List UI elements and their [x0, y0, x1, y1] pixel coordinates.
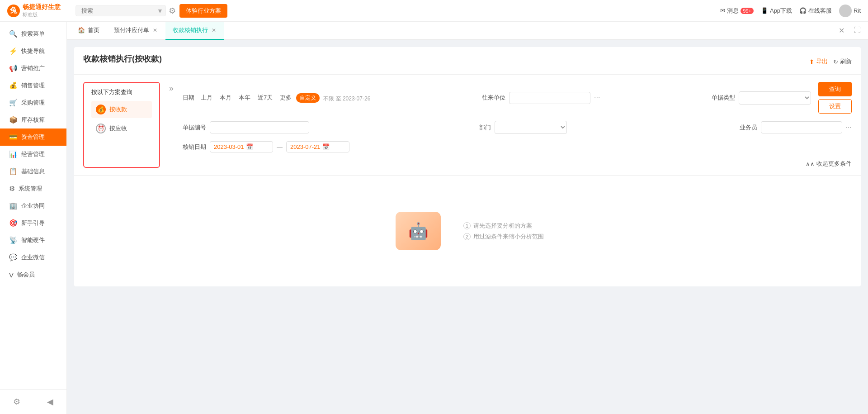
empty-tip-2: 2 用过滤条件来缩小分析范围	[463, 233, 544, 241]
system-icon: ⚙	[9, 185, 15, 193]
tab-close-all-btn[interactable]: ✕	[835, 24, 848, 37]
counterpart-input[interactable]	[509, 92, 590, 104]
message-badge: 99+	[741, 8, 754, 14]
last7-btn[interactable]: 近7天	[255, 93, 275, 103]
this-year-btn[interactable]: 本年	[236, 93, 253, 103]
more-btn[interactable]: 更多	[277, 93, 294, 103]
page-title: 收款核销执行(按收款)	[83, 53, 162, 64]
tip-text-2: 用过滤条件来缩小分析范围	[473, 233, 544, 241]
sidebar-item-label: 营销推广	[21, 64, 45, 72]
collapse-more-wrap: ∧∧ 收起更多条件	[183, 160, 852, 168]
filter-option-by-receipt[interactable]: 💰 按收款	[91, 101, 152, 118]
avatar	[839, 5, 852, 17]
sidebar-item-enterprise[interactable]: 🏢 企业协同	[0, 197, 66, 214]
prev-month-btn[interactable]: 上月	[198, 93, 215, 103]
date-hint-wrap: 不限 至 2023-07-26	[323, 95, 370, 103]
tab-prepay-close[interactable]: ✕	[152, 26, 158, 34]
sidebar-item-operations[interactable]: 📊 经营管理	[0, 146, 66, 163]
chevron-up-icon: ∧∧	[806, 161, 815, 167]
tab-receivable[interactable]: 收款核销执行 ✕	[165, 22, 224, 40]
doc-no-input[interactable]	[210, 121, 309, 133]
main-area: 🏠 首页 预付冲应付单 ✕ 收款核销执行 ✕ ✕ ⛶ 收款核销执行(按收款) ⬆	[67, 22, 868, 414]
staff-input[interactable]	[761, 121, 842, 133]
top-search-input[interactable]	[75, 5, 166, 16]
content-area: 收款核销执行(按收款) ⬆ 导出 ↻ 刷新 按以下方案查询	[67, 40, 868, 414]
trial-button[interactable]: 体验行业方案	[179, 4, 227, 18]
sidebar-item-system[interactable]: ⚙ 系统管理	[0, 180, 66, 197]
sidebar-item-sales[interactable]: 💰 销售管理	[0, 77, 66, 94]
sidebar-collapse-btn[interactable]: ◀	[43, 393, 57, 410]
tip-num-1: 1	[463, 222, 471, 229]
settings-button[interactable]: 设置	[818, 99, 852, 114]
sidebar-item-label: 资金管理	[21, 133, 45, 141]
sidebar-bottom: ⚙ ◀	[0, 389, 66, 414]
message-label: 消息	[727, 7, 739, 15]
tab-receivable-close[interactable]: ✕	[211, 26, 217, 34]
sidebar-item-purchase[interactable]: 🛒 采购管理	[0, 94, 66, 111]
sidebar-item-finance[interactable]: 💳 资金管理	[0, 128, 66, 146]
sidebar-item-label: 库存核算	[21, 116, 45, 124]
this-month-btn[interactable]: 本月	[217, 93, 234, 103]
app-edition: 标准版	[23, 11, 61, 18]
phone-icon: 📱	[761, 7, 768, 14]
dept-field: 部门	[479, 121, 570, 134]
verify-date-end: 2023-07-21	[290, 143, 321, 150]
sidebar-item-wechat[interactable]: 💬 企业微信	[0, 249, 66, 266]
divider	[68, 4, 68, 18]
sidebar-item-hardware[interactable]: 📡 智能硬件	[0, 232, 66, 249]
empty-tip-1: 1 请先选择要分析的方案	[463, 222, 544, 230]
sidebar-item-label: 快捷导航	[21, 47, 45, 55]
doc-type-select[interactable]	[739, 91, 811, 105]
filter-scheme-panel: 按以下方案查询 💰 按收款 ⏰ 按应收	[83, 82, 160, 168]
sidebar-item-basic-info[interactable]: 📋 基础信息	[0, 163, 66, 180]
tab-expand-btn[interactable]: ⛶	[850, 24, 864, 37]
staff-more-btn[interactable]: ···	[846, 124, 852, 132]
doc-type-label: 单据类型	[712, 94, 735, 102]
sidebar-item-label: 企业协同	[21, 202, 45, 210]
counterpart-label: 往来单位	[482, 94, 505, 102]
online-service-btn[interactable]: 🎧 在线客服	[799, 7, 832, 15]
app-download-label: App下载	[770, 7, 792, 15]
user-info: Rit	[839, 5, 861, 17]
sidebar-settings-btn[interactable]: ⚙	[9, 393, 24, 410]
doc-no-field: 单据编号	[183, 121, 309, 133]
tab-home[interactable]: 🏠 首页	[71, 22, 107, 40]
tip-text-1: 请先选择要分析的方案	[473, 222, 532, 230]
date-field: 日期 上月 本月 本年 近7天 更多 自定义 不限 至 2023-07-26	[183, 93, 370, 103]
sidebar-item-label: 销售管理	[21, 81, 45, 90]
verify-date-start: 2023-03-01	[214, 143, 244, 150]
sidebar-item-quick-nav[interactable]: ⚡ 快捷导航	[0, 43, 66, 60]
page-toolbar: ⬆ 导出 ↻ 刷新	[809, 57, 852, 66]
user-name: Rit	[854, 7, 861, 14]
box-icon: 📦	[9, 116, 18, 124]
calendar-start-icon[interactable]: 📅	[246, 143, 253, 150]
sidebar-item-inventory[interactable]: 📦 库存核算	[0, 111, 66, 128]
sidebar-item-member[interactable]: V 畅会员	[0, 266, 66, 283]
counterpart-more-btn[interactable]: ···	[594, 94, 600, 102]
gear-icon[interactable]: ⚙	[169, 6, 176, 16]
custom-btn[interactable]: 自定义	[296, 93, 320, 103]
refresh-button[interactable]: ↻ 刷新	[833, 57, 852, 66]
sidebar-item-label: 新手引导	[21, 219, 45, 227]
sidebar: 🔍 搜索菜单 ⚡ 快捷导航 📢 营销推广 💰 销售管理 🛒 采购管理 📦 库存核…	[0, 22, 67, 414]
tab-prepay[interactable]: 预付冲应付单 ✕	[107, 22, 165, 40]
filter-collapse-btn[interactable]: »	[167, 82, 175, 95]
sidebar-item-marketing[interactable]: 📢 营销推广	[0, 60, 66, 77]
filter-option-by-receivable[interactable]: ⏰ 按应收	[91, 120, 152, 137]
message-btn[interactable]: ✉ 消息 99+	[720, 7, 754, 15]
collapse-more-btn[interactable]: ∧∧ 收起更多条件	[806, 160, 852, 168]
empty-tips: 1 请先选择要分析的方案 2 用过滤条件来缩小分析范围	[463, 222, 544, 241]
calendar-end-icon[interactable]: 📅	[322, 143, 330, 150]
search-icon: 🔍	[9, 30, 18, 38]
dept-select[interactable]	[495, 121, 567, 134]
query-button[interactable]: 查询	[818, 82, 852, 96]
clipboard-icon: 📋	[9, 167, 18, 176]
top-search-icon[interactable]: ▼	[157, 7, 163, 14]
sidebar-item-guide[interactable]: 🎯 新手引导	[0, 214, 66, 232]
export-button[interactable]: ⬆ 导出	[809, 57, 828, 66]
date-label: 日期	[183, 94, 194, 102]
staff-label: 业务员	[740, 124, 757, 132]
app-download-btn[interactable]: 📱 App下载	[761, 7, 792, 15]
sidebar-item-label: 经营管理	[21, 150, 45, 158]
sidebar-item-search[interactable]: 🔍 搜索菜单	[0, 25, 66, 43]
